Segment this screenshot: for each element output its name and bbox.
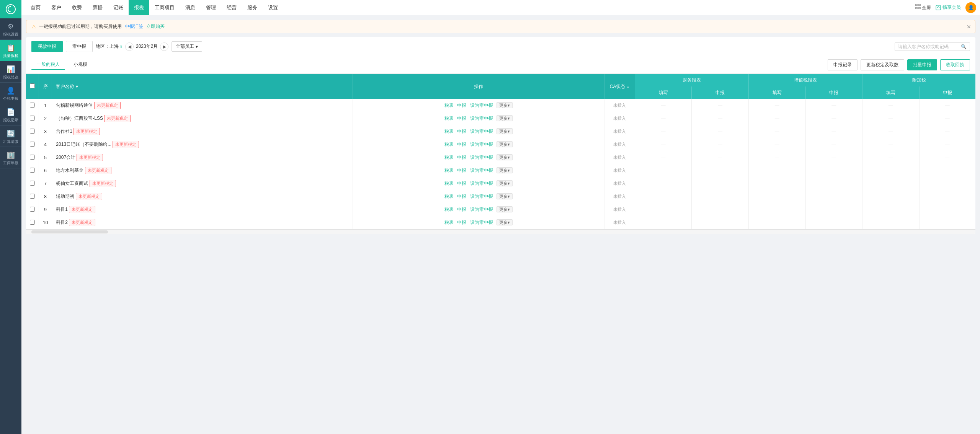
nav-tax[interactable]: 报税 [129, 0, 149, 15]
nav-service[interactable]: 服务 [242, 0, 263, 15]
status-badge: 未更新税定 [113, 141, 139, 148]
update-quotas-button[interactable]: 更新税定及取数 [861, 59, 904, 70]
action-tax-form[interactable]: 税表 [444, 220, 454, 225]
tab-general-taxpayer[interactable]: 一般的税人 [31, 60, 65, 70]
nav-message[interactable]: 消息 [180, 0, 201, 15]
action-more[interactable]: 更多▾ [497, 219, 513, 225]
action-zero-declare[interactable]: 设为零申报 [470, 181, 493, 186]
action-more[interactable]: 更多▾ [497, 193, 513, 199]
action-zero-declare[interactable]: 设为零申报 [470, 116, 493, 121]
action-tax-form[interactable]: 税表 [444, 142, 454, 147]
cell-ca: 未插入 [604, 177, 635, 190]
sidebar-item-batch-tax[interactable]: 📋 批量报税 [0, 40, 21, 61]
action-tax-form[interactable]: 税表 [444, 155, 454, 160]
dept-selector[interactable]: 全部员工 ▾ [172, 41, 202, 52]
action-zero-declare[interactable]: 设为零申报 [470, 142, 493, 147]
row-checkbox-2[interactable] [30, 129, 35, 134]
action-zero-declare[interactable]: 设为零申报 [470, 103, 493, 108]
sidebar-item-biz-report[interactable]: 🏢 工商年报 [0, 147, 21, 168]
action-more[interactable]: 更多▾ [497, 154, 513, 160]
row-checkbox-7[interactable] [30, 194, 35, 199]
nav-settings[interactable]: 设置 [263, 0, 283, 15]
action-declare[interactable]: 申报 [457, 207, 466, 212]
action-zero-declare[interactable]: 设为零申报 [470, 194, 493, 199]
search-input[interactable] [898, 44, 959, 49]
search-icon[interactable]: 🔍 [961, 44, 967, 49]
action-tax-form[interactable]: 税表 [444, 168, 454, 173]
cell-financial-fill: — [635, 190, 692, 203]
cell-actions: 税表 申报 设为零申报 更多▾ [353, 216, 604, 229]
action-zero-declare[interactable]: 设为零申报 [470, 155, 493, 160]
action-declare[interactable]: 申报 [457, 220, 466, 225]
nav-management[interactable]: 管理 [201, 0, 221, 15]
action-more[interactable]: 更多▾ [497, 206, 513, 212]
action-more[interactable]: 更多▾ [497, 180, 513, 186]
action-declare[interactable]: 申报 [457, 142, 466, 147]
retrieve-button[interactable]: 收取回执 [940, 59, 970, 70]
banner-link-buy[interactable]: 立即购买 [146, 23, 165, 30]
tab-tax-declare[interactable]: 税款申报 [31, 41, 63, 52]
nav-customer[interactable]: 客户 [46, 0, 67, 15]
action-more[interactable]: 更多▾ [497, 128, 513, 134]
sidebar-item-tax-records[interactable]: 📄 报税记录 [0, 104, 21, 126]
batch-declare-button[interactable]: 批量申报 [907, 59, 937, 70]
cell-name: 科目2 未更新税定 [52, 216, 353, 229]
action-declare[interactable]: 申报 [457, 168, 466, 173]
action-zero-declare[interactable]: 设为零申报 [470, 207, 493, 212]
action-zero-declare[interactable]: 设为零申报 [470, 220, 493, 225]
nav-home[interactable]: 首页 [25, 0, 46, 15]
horizontal-scrollbar[interactable] [26, 229, 975, 234]
period-prev-button[interactable]: ◀ [125, 42, 134, 51]
sidebar-item-tax-overview[interactable]: 📊 报税总览 [0, 61, 21, 83]
action-declare[interactable]: 申报 [457, 103, 466, 108]
nav-invoice[interactable]: 票据 [87, 0, 108, 15]
nav-collection[interactable]: 收费 [67, 0, 87, 15]
action-more[interactable]: 更多▾ [497, 141, 513, 147]
period-next-button[interactable]: ▶ [160, 42, 168, 51]
tab-small-scale[interactable]: 小规模 [68, 60, 93, 70]
sidebar-item-label: 个税申报 [3, 96, 18, 101]
row-checkbox-1[interactable] [30, 116, 35, 121]
region-info-icon[interactable]: ℹ [120, 44, 122, 49]
action-declare[interactable]: 申报 [457, 194, 466, 199]
action-more[interactable]: 更多▾ [497, 115, 513, 121]
row-checkbox-8[interactable] [30, 207, 35, 212]
row-checkbox-9[interactable] [30, 220, 35, 225]
tab-zero-declare[interactable]: 零申报 [66, 41, 93, 52]
action-tax-form[interactable]: 税表 [444, 116, 454, 121]
upgrade-btn[interactable]: 畅享会员 [936, 4, 961, 11]
row-checkbox-6[interactable] [30, 181, 35, 186]
action-declare[interactable]: 申报 [457, 181, 466, 186]
cell-add-declare: — [919, 177, 975, 190]
row-checkbox-3[interactable] [30, 142, 35, 147]
declare-records-button[interactable]: 申报记录 [828, 59, 858, 70]
nav-biz-project[interactable]: 工商项目 [149, 0, 180, 15]
action-tax-form[interactable]: 税表 [444, 181, 454, 186]
status-badge: 未更新税定 [90, 180, 116, 187]
row-checkbox-5[interactable] [30, 168, 35, 173]
action-declare[interactable]: 申报 [457, 116, 466, 121]
row-checkbox-4[interactable] [30, 155, 35, 160]
row-checkbox-0[interactable] [30, 103, 35, 108]
action-declare[interactable]: 申报 [457, 155, 466, 160]
nav-operations[interactable]: 经营 [221, 0, 242, 15]
action-tax-form[interactable]: 税表 [444, 207, 454, 212]
user-avatar[interactable]: 👤 [965, 2, 976, 13]
action-zero-declare[interactable]: 设为零申报 [470, 168, 493, 173]
banner-link-declare[interactable]: 申报汇签 [125, 23, 143, 30]
sidebar-item-personal-tax[interactable]: 👤 个税申报 [0, 83, 21, 104]
sidebar-item-tax-settings[interactable]: ⚙ 报税设置 [0, 18, 21, 40]
action-declare[interactable]: 申报 [457, 129, 466, 134]
sidebar-item-calc-clear[interactable]: 🔄 汇算清缴 [0, 126, 21, 147]
action-tax-form[interactable]: 税表 [444, 103, 454, 108]
action-tax-form[interactable]: 税表 [444, 194, 454, 199]
fullscreen-btn[interactable]: 全屏 [915, 4, 931, 11]
nav-bookkeeping[interactable]: 记账 [108, 0, 129, 15]
action-tax-form[interactable]: 税表 [444, 129, 454, 134]
action-zero-declare[interactable]: 设为零申报 [470, 129, 493, 134]
action-more[interactable]: 更多▾ [497, 102, 513, 108]
banner-close-button[interactable]: ✕ [967, 24, 971, 30]
cell-vat-fill: — [749, 112, 806, 125]
action-more[interactable]: 更多▾ [497, 167, 513, 173]
select-all-checkbox[interactable] [30, 83, 35, 88]
